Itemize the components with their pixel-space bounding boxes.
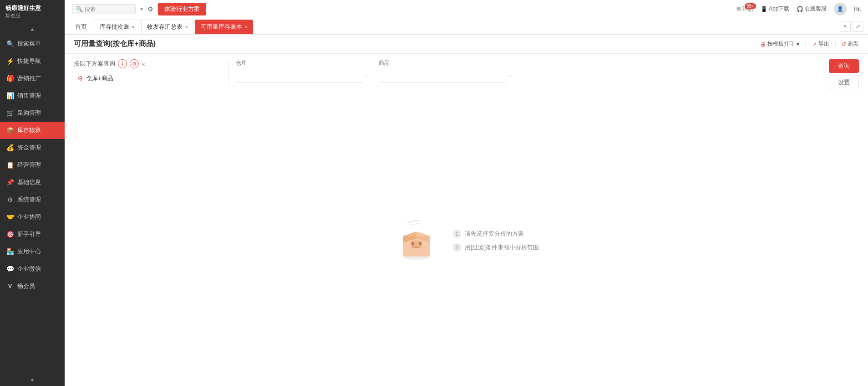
filter-goods-more[interactable]: ··· (508, 72, 513, 79)
filter-collapse-button[interactable]: « (142, 60, 145, 67)
topbar-chevron-icon[interactable]: ▾ (140, 6, 143, 12)
sidebar: 畅康通好生意 标准版 ▲ 🔍 搜索菜单 ⚡ 快捷导航 🎁 营销推广 📊 销售管理… (0, 0, 65, 386)
search-icon: 🔍 (6, 40, 14, 47)
tab-available[interactable]: 可用量库存账本 × (195, 20, 253, 34)
scroll-up-icon[interactable]: ▲ (30, 26, 35, 32)
search-input[interactable] (85, 6, 130, 12)
tab-available-label: 可用量库存账本 (201, 23, 242, 31)
tabs-close-all-button[interactable]: × (840, 21, 851, 32)
page-header: 可用量查询(按仓库+商品) 🖨 按模板打印 ▾ | ↗ 导出 | ↺ 刷新 (65, 35, 868, 54)
main-area: 🔍 ▾ ⚙ 体验行业方案 ✉ 消息 99+ 📱 App下载 🎧 在线客服 👤 (65, 0, 868, 386)
page-actions: 🖨 按模板打印 ▾ | ↗ 导出 | ↺ 刷新 (760, 40, 859, 48)
app-brand: 畅康通好生意 (5, 5, 59, 12)
message-button[interactable]: ✉ 消息 99+ (736, 5, 753, 13)
filter-field-goods: 商品 ··· (379, 59, 513, 82)
wechat-icon: 💬 (6, 265, 14, 273)
sidebar-item-shortcut[interactable]: ⚡ 快捷导航 (0, 52, 65, 70)
empty-box-svg (394, 218, 439, 263)
app-download-button[interactable]: 📱 App下载 (761, 5, 789, 13)
tab-home[interactable]: 首页 (69, 20, 93, 34)
trial-button[interactable]: 体验行业方案 (158, 3, 206, 15)
print-button[interactable]: 🖨 按模板打印 ▾ (760, 40, 799, 48)
column-settings-button[interactable]: 设置 (829, 76, 859, 89)
tabs-expand-button[interactable]: ⤢ (853, 21, 863, 32)
print-label: 按模板打印 (767, 40, 795, 48)
filter-add-button[interactable]: + (118, 59, 127, 68)
tab-batch[interactable]: 库存批次账 × (94, 20, 140, 34)
purchase-icon: 🛒 (6, 109, 14, 117)
filter-settings-icon[interactable]: ⚙ (130, 59, 139, 68)
topbar-search-icon: 🔍 (76, 6, 83, 12)
sidebar-item-label: 基础信息 (17, 178, 41, 186)
sidebar-item-purchase[interactable]: 🛒 采购管理 (0, 104, 65, 122)
tab-batch-close[interactable]: × (132, 24, 134, 30)
basic-icon: 📌 (6, 179, 14, 186)
sidebar-item-label: 库存核算 (17, 126, 41, 134)
filter-scheme-label: 仓库+商品 (86, 74, 113, 82)
export-icon: ↗ (812, 41, 817, 47)
sidebar-scroll-down[interactable]: ▼ (0, 374, 65, 386)
filter-goods-input[interactable] (379, 69, 506, 82)
inventory-icon: 📦 (6, 127, 14, 134)
sidebar-item-label: 搜索菜单 (17, 40, 41, 48)
empty-tips: 1 请先选择要分析的方案 2 用[过滤]条件来缩小分析范围 (453, 230, 539, 252)
newbie-icon: 🎯 (6, 231, 14, 238)
sidebar-item-basic[interactable]: 📌 基础信息 (0, 174, 65, 191)
sidebar-item-label: 系统管理 (17, 196, 41, 204)
page-content: 可用量查询(按仓库+商品) 🖨 按模板打印 ▾ | ↗ 导出 | ↺ 刷新 (65, 35, 868, 386)
refresh-button[interactable]: ↺ 刷新 (842, 40, 859, 48)
tab-batch-label: 库存批次账 (100, 23, 129, 31)
filter-warehouse-more[interactable]: ··· (365, 72, 370, 79)
filter-goods-input-wrapper: ··· (379, 69, 513, 82)
filter-area: 按以下方案查询 + ⚙ « ⚙ 仓库+商品 仓库 ··· (65, 54, 868, 95)
service-icon: 🎧 (797, 6, 803, 12)
print-chevron-icon: ▾ (797, 41, 799, 47)
empty-illustration (394, 218, 439, 263)
empty-state: 1 请先选择要分析的方案 2 用[过滤]条件来缩小分析范围 (65, 95, 868, 386)
sidebar-item-label: 采购管理 (17, 109, 41, 117)
sales-icon: 📊 (6, 92, 14, 99)
sidebar-item-marketing[interactable]: 🎁 营销推广 (0, 70, 65, 87)
sidebar-item-enterprise[interactable]: 🤝 企业协同 (0, 208, 65, 226)
sidebar-item-system[interactable]: ⚙ 系统管理 (0, 191, 65, 208)
sidebar-item-appstore[interactable]: 🏪 应用中心 (0, 243, 65, 260)
username-label: Rit (854, 6, 861, 12)
export-button[interactable]: ↗ 导出 (812, 40, 829, 48)
sidebar-item-inventory[interactable]: 📦 库存核算 (0, 122, 65, 139)
sidebar-item-wechat[interactable]: 💬 企业微信 (0, 260, 65, 278)
topbar: 🔍 ▾ ⚙ 体验行业方案 ✉ 消息 99+ 📱 App下载 🎧 在线客服 👤 (65, 0, 868, 18)
filter-scheme-panel: 按以下方案查询 + ⚙ « ⚙ 仓库+商品 (74, 59, 228, 87)
tab-home-label: 首页 (75, 23, 87, 31)
message-badge: 99+ (745, 3, 756, 9)
sidebar-item-label: 新手引导 (17, 230, 41, 238)
finance-icon: 💰 (6, 144, 14, 151)
query-button[interactable]: 查询 (829, 59, 859, 73)
sidebar-item-search[interactable]: 🔍 搜索菜单 (0, 35, 65, 52)
search-box[interactable]: 🔍 (72, 4, 136, 14)
refresh-icon: ↺ (842, 41, 846, 47)
scroll-down-icon[interactable]: ▼ (30, 377, 35, 383)
sidebar-item-newbie[interactable]: 🎯 新手引导 (0, 226, 65, 243)
sidebar-item-operations[interactable]: 📋 经营管理 (0, 156, 65, 174)
sidebar-item-finance[interactable]: 💰 资金管理 (0, 139, 65, 156)
export-label: 导出 (818, 40, 829, 48)
marketing-icon: 🎁 (6, 75, 14, 82)
tab-summary-close[interactable]: × (185, 24, 188, 30)
online-service-button[interactable]: 🎧 在线客服 (797, 5, 827, 13)
avatar: 👤 (834, 3, 847, 15)
topbar-gear-icon[interactable]: ⚙ (147, 5, 153, 13)
filter-scheme-item-warehouse-goods[interactable]: ⚙ 仓库+商品 (74, 72, 223, 85)
avatar-initial: 👤 (837, 6, 843, 12)
tab-summary[interactable]: 收发存汇总表 × (141, 20, 193, 34)
tip-item-1: 1 请先选择要分析的方案 (453, 230, 539, 238)
svg-point-8 (404, 256, 429, 260)
sidebar-item-label: 资金管理 (17, 144, 41, 152)
filter-warehouse-input[interactable] (236, 69, 363, 82)
operations-icon: 📋 (6, 161, 14, 169)
tab-available-close[interactable]: × (244, 24, 247, 30)
sidebar-scroll-up[interactable]: ▲ (0, 23, 65, 35)
sidebar-item-label: 应用中心 (17, 247, 41, 256)
sidebar-item-label: 企业微信 (17, 265, 41, 273)
sidebar-item-member[interactable]: V 畅会员 (0, 278, 65, 295)
sidebar-item-sales[interactable]: 📊 销售管理 (0, 87, 65, 104)
